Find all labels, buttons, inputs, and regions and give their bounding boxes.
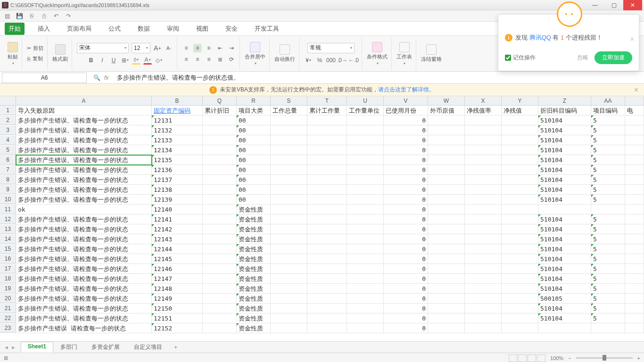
cell[interactable] bbox=[347, 175, 384, 185]
cell[interactable]: 资金性质 bbox=[237, 254, 271, 264]
spreadsheet-area[interactable]: ABQRSTUVWXYZAA1导入失败原因固定资产编码累计折旧项目大类工作总量累… bbox=[0, 96, 644, 341]
name-box[interactable]: A6 bbox=[2, 73, 87, 83]
align-middle-icon[interactable]: ≡ bbox=[193, 44, 202, 52]
freeze-panes-button[interactable]: 冻结窗格 bbox=[421, 44, 442, 63]
cell[interactable] bbox=[347, 205, 384, 214]
cell[interactable]: 多步操作产生错误。请检查每一步的状态 bbox=[16, 185, 152, 195]
cell[interactable] bbox=[271, 175, 307, 185]
cell[interactable] bbox=[271, 115, 307, 125]
cell[interactable]: 资金性质 bbox=[237, 294, 271, 304]
cell[interactable] bbox=[502, 313, 538, 323]
cell[interactable]: 多步操作产生错误。请检查每一步的状态 bbox=[16, 145, 152, 155]
row-header[interactable]: 9 bbox=[0, 185, 16, 194]
cell[interactable]: 多步操作产生错误。请检查每一步的状态 bbox=[16, 155, 152, 165]
cell[interactable]: 00 bbox=[237, 115, 271, 125]
sheet-tab[interactable]: 多部门 bbox=[53, 342, 84, 353]
cell[interactable] bbox=[428, 304, 465, 313]
menu-tab-8[interactable]: 开发工具 bbox=[251, 23, 283, 35]
cell[interactable] bbox=[271, 135, 307, 145]
cell[interactable] bbox=[538, 205, 591, 214]
cell[interactable]: 00 bbox=[237, 135, 271, 145]
cell[interactable] bbox=[347, 274, 384, 284]
cell[interactable] bbox=[203, 234, 237, 244]
cell[interactable]: 资金性质 bbox=[237, 264, 271, 274]
cell[interactable]: 0 bbox=[384, 175, 428, 185]
col-header[interactable]: B bbox=[152, 96, 203, 106]
cell[interactable] bbox=[347, 145, 384, 155]
fx-icon[interactable]: fx bbox=[104, 74, 108, 81]
distribute-icon[interactable]: ≣ bbox=[216, 55, 224, 64]
cell[interactable] bbox=[428, 155, 465, 165]
cell[interactable] bbox=[203, 224, 237, 234]
cell[interactable]: 0 bbox=[384, 205, 428, 214]
cell[interactable] bbox=[203, 165, 237, 175]
cell[interactable]: 多步操作产生错误。请检查每一步的状态 bbox=[16, 284, 152, 294]
menu-tab-1[interactable]: 插入 bbox=[34, 23, 54, 35]
align-left-icon[interactable]: ≡ bbox=[182, 55, 190, 64]
cell[interactable] bbox=[502, 224, 538, 234]
col-header[interactable]: S bbox=[271, 96, 307, 106]
conditional-format-button[interactable]: 条件格式▾ bbox=[367, 42, 388, 66]
currency-icon[interactable]: ¥▾ bbox=[304, 56, 313, 65]
header-cell[interactable]: 工作量单位 bbox=[347, 106, 384, 115]
row-header[interactable]: 23 bbox=[0, 323, 16, 333]
cell[interactable] bbox=[502, 264, 538, 274]
cell[interactable] bbox=[203, 254, 237, 264]
cell[interactable]: 资金性质 bbox=[237, 284, 271, 294]
row-header[interactable]: 10 bbox=[0, 195, 16, 204]
cell[interactable]: 12139 bbox=[152, 195, 203, 205]
cell[interactable] bbox=[502, 274, 538, 284]
cell[interactable] bbox=[307, 284, 347, 294]
cell[interactable] bbox=[502, 115, 538, 125]
cell[interactable] bbox=[271, 323, 307, 333]
cell[interactable]: 5 bbox=[591, 274, 625, 284]
font-name-select[interactable]: 宋体▾ bbox=[77, 43, 129, 53]
cell[interactable] bbox=[465, 294, 502, 304]
cell[interactable] bbox=[307, 115, 347, 125]
cell[interactable] bbox=[307, 205, 347, 214]
cell[interactable] bbox=[428, 195, 465, 205]
cell[interactable]: 多步操作产生错误。请检查每一步的状态 bbox=[16, 274, 152, 284]
cell[interactable]: 多步操作产生错误。请检查每一步的状态 bbox=[16, 234, 152, 244]
cell[interactable] bbox=[307, 304, 347, 313]
cell[interactable] bbox=[307, 185, 347, 195]
align-bottom-icon[interactable]: ≡ bbox=[205, 44, 213, 52]
col-header[interactable]: R bbox=[237, 96, 271, 106]
row-header[interactable]: 11 bbox=[0, 205, 16, 214]
cell[interactable] bbox=[428, 294, 465, 304]
cell[interactable] bbox=[307, 234, 347, 244]
cell[interactable] bbox=[307, 175, 347, 185]
cell[interactable] bbox=[271, 145, 307, 155]
row-header[interactable]: 12 bbox=[0, 214, 16, 224]
cell[interactable] bbox=[625, 175, 644, 185]
cell[interactable] bbox=[625, 234, 644, 244]
cell[interactable] bbox=[502, 175, 538, 185]
align-top-icon[interactable]: ≡ bbox=[182, 44, 190, 52]
cell[interactable] bbox=[502, 165, 538, 175]
cell[interactable]: 12149 bbox=[152, 294, 203, 304]
cell[interactable]: 5 bbox=[591, 165, 625, 175]
col-header[interactable]: AA bbox=[591, 96, 625, 106]
cell[interactable] bbox=[347, 254, 384, 264]
cell[interactable]: 0 bbox=[384, 313, 428, 323]
cell[interactable] bbox=[465, 115, 502, 125]
print-icon[interactable]: ⎙ bbox=[40, 12, 48, 20]
font-color-icon[interactable]: A▾ bbox=[143, 56, 152, 65]
cell[interactable]: 多步操作产生错误。请检查每一步的状态 bbox=[16, 175, 152, 185]
cell[interactable]: 0 bbox=[384, 165, 428, 175]
align-right-icon[interactable]: ≡ bbox=[205, 55, 213, 64]
add-sheet-button[interactable]: + bbox=[170, 344, 181, 351]
cell[interactable]: 12137 bbox=[152, 175, 203, 185]
cell[interactable]: 多步操作产生错误。请检查每一步的状态 bbox=[16, 294, 152, 304]
saveas-icon[interactable]: ⎘ bbox=[27, 12, 36, 20]
row-header[interactable]: 16 bbox=[0, 254, 16, 263]
cell[interactable] bbox=[307, 313, 347, 323]
cell[interactable]: 资金性质 bbox=[237, 224, 271, 234]
redo-icon[interactable]: ↷ bbox=[64, 12, 73, 20]
cell[interactable] bbox=[625, 254, 644, 264]
cell[interactable] bbox=[465, 284, 502, 294]
cell[interactable]: 资金性质 bbox=[237, 304, 271, 313]
close-button[interactable]: ✕ bbox=[623, 0, 642, 10]
cell[interactable]: 多步操作产生错误。请检查每一步的状态 bbox=[16, 224, 152, 234]
formula-input[interactable]: 多步操作产生错误。请检查每一步的状态值。 bbox=[113, 74, 644, 82]
